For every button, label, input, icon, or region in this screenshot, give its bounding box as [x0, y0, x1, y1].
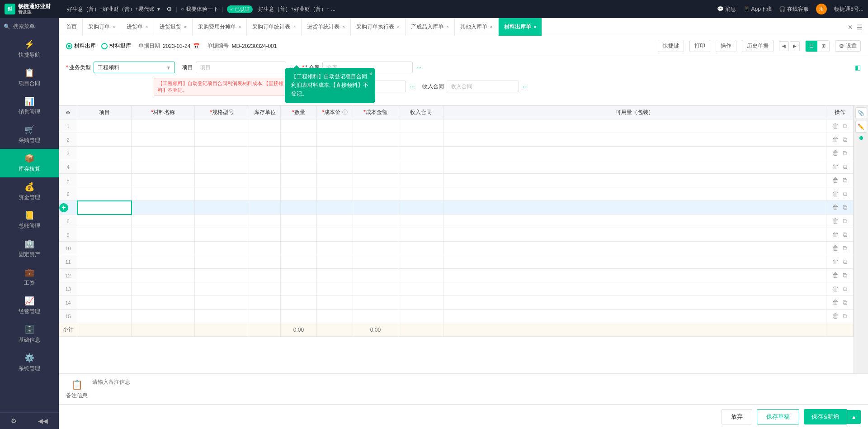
tab-purchase-order[interactable]: 采购订单× — [83, 18, 121, 36]
online-service-btn[interactable]: 🎧 在线客服 — [779, 5, 809, 13]
tab-home[interactable]: 首页 — [61, 18, 83, 36]
nav-experience[interactable]: ○ 我要体验一下 — [181, 5, 218, 13]
sidebar-item-purchase[interactable]: 🛒 采购管理 — [0, 120, 59, 149]
tab-close-inbound-return[interactable]: × — [184, 24, 187, 29]
shortcut-btn[interactable]: 快捷键 — [658, 40, 684, 52]
discard-btn[interactable]: 放弃 — [722, 409, 752, 424]
radio-material-out[interactable]: 材料出库 — [66, 42, 96, 50]
sidebar-item-funds[interactable]: 💰 资金管理 — [0, 177, 59, 206]
tab-close-purchase-stat[interactable]: × — [293, 24, 296, 29]
prev-record-btn[interactable]: ◀ — [779, 41, 789, 51]
row-contract-1[interactable] — [398, 119, 443, 133]
active-row-unit[interactable] — [249, 201, 281, 214]
copy-row-6-btn[interactable]: ⧉ — [841, 190, 849, 197]
grid-view-btn[interactable]: ⊞ — [817, 41, 829, 52]
row-cost-1[interactable] — [317, 119, 353, 133]
sidebar-collapse-btn[interactable]: ◀◀ — [38, 417, 48, 424]
sidebar-item-quicknav[interactable]: ⚡ 快捷导航 — [0, 35, 59, 63]
copy-active-btn[interactable]: ⧉ — [841, 204, 849, 211]
sidebar-item-salary[interactable]: 💼 工资 — [0, 263, 59, 291]
delete-row-3-btn[interactable]: 🗑 — [831, 149, 840, 157]
delete-row-4-btn[interactable]: 🗑 — [831, 163, 840, 170]
active-row-amount[interactable] — [353, 201, 398, 214]
active-row-qty[interactable] — [281, 201, 317, 214]
cost-info-icon[interactable]: ⓘ — [342, 109, 348, 115]
settings-icon[interactable]: ⚙ — [166, 5, 172, 13]
copy-row-8-btn[interactable]: ⧉ — [841, 217, 849, 224]
settings-gear-btn[interactable]: ⚙ 设置 — [835, 40, 861, 52]
tab-close-all-btn[interactable]: ✕ — [848, 24, 853, 31]
row-project-1[interactable] — [77, 119, 132, 133]
right-panel-btn-1[interactable]: 📎 — [855, 107, 867, 119]
tab-close-other-inbound[interactable]: × — [490, 24, 493, 29]
list-view-btn[interactable]: ☰ — [806, 41, 817, 52]
active-project-input[interactable] — [78, 201, 131, 214]
sidebar-search[interactable]: 🔍 搜索菜单 — [0, 18, 59, 35]
warehouse-search-btn[interactable]: ··· — [416, 64, 422, 71]
add-row-btn[interactable]: + — [59, 203, 68, 212]
tab-inbound-return[interactable]: 进货退货× — [154, 18, 193, 36]
sidebar-item-basic[interactable]: 🗄️ 基础信息 — [0, 320, 59, 348]
sidebar-item-ledger[interactable]: 📒 总账管理 — [0, 206, 59, 234]
income-contract-search-btn[interactable]: ··· — [523, 83, 528, 90]
active-row-spec[interactable] — [195, 201, 249, 214]
tab-close-purchase[interactable]: × — [113, 24, 115, 29]
next-record-btn[interactable]: ▶ — [790, 41, 800, 51]
tab-inbound[interactable]: 进货单× — [121, 18, 154, 36]
nav-dropdown-arrow[interactable]: ▼ — [156, 7, 161, 12]
print-btn[interactable]: 打印 — [689, 40, 710, 52]
save-new-dropdown-btn[interactable]: ▲ — [847, 410, 861, 424]
tab-purchase-expense[interactable]: 采购费用分摊单× — [193, 18, 247, 36]
tab-close-inbound-stat[interactable]: × — [342, 24, 345, 29]
active-row-material[interactable] — [132, 201, 195, 214]
row-material-1[interactable] — [132, 119, 195, 133]
tab-close-purchase-exec[interactable]: × — [397, 24, 400, 29]
tab-close-inbound[interactable]: × — [146, 24, 148, 29]
operations-btn[interactable]: 操作 — [716, 40, 736, 52]
delete-row-8-btn[interactable]: 🗑 — [831, 217, 840, 224]
nav-item-2[interactable]: 好生意（普）+好业财（普）+ ... — [258, 5, 335, 13]
sidebar-item-system[interactable]: ⚙️ 系统管理 — [0, 348, 59, 377]
nav-item-1[interactable]: 好生意（普）+好业财（普）+易代账 — [67, 5, 155, 13]
radio-material-back[interactable]: 材料退库 — [101, 42, 131, 50]
save-draft-btn[interactable]: 保存草稿 — [757, 409, 799, 424]
sidebar-item-sales[interactable]: 📊 销售管理 — [0, 92, 59, 120]
tab-close-purchase-expense[interactable]: × — [239, 24, 241, 29]
row-spec-1[interactable] — [195, 119, 249, 133]
tooltip-close-btn[interactable]: × — [369, 70, 373, 78]
sidebar-item-operations[interactable]: 📈 经营管理 — [0, 291, 59, 320]
agent-search-btn[interactable]: ··· — [410, 83, 415, 90]
message-btn[interactable]: 💬 消息 — [717, 5, 736, 13]
copy-row-2-btn[interactable]: ⧉ — [841, 136, 849, 143]
delete-row-6-btn[interactable]: 🗑 — [831, 190, 840, 197]
project-input[interactable]: 项目 — [196, 62, 286, 73]
sidebar-settings-btn[interactable]: ⚙ — [11, 417, 17, 424]
tab-material-out[interactable]: 材料出库单× — [499, 18, 542, 36]
right-panel-btn1[interactable]: ◧ — [855, 64, 861, 71]
income-contract-input[interactable]: 收入合同 — [447, 81, 519, 92]
row-unit-1[interactable] — [249, 119, 281, 133]
delete-row-1-btn[interactable]: 🗑 — [831, 122, 840, 129]
th-settings[interactable]: ⚙ — [59, 106, 77, 119]
delete-row-2-btn[interactable]: 🗑 — [831, 136, 840, 143]
history-btn[interactable]: 历史单据 — [742, 40, 774, 52]
tab-purchase-stat[interactable]: 采购订单统计表× — [247, 18, 302, 36]
active-row-contract[interactable] — [398, 201, 443, 214]
right-panel-btn-2[interactable]: ✏️ — [855, 121, 867, 133]
copy-row-5-btn[interactable]: ⧉ — [841, 176, 849, 184]
notes-input[interactable] — [92, 378, 861, 396]
tab-finished-goods[interactable]: 产成品入库单× — [406, 18, 455, 36]
row-available-1[interactable] — [443, 119, 826, 133]
sidebar-item-inventory[interactable]: 📦 库存核算 — [0, 149, 59, 177]
delete-active-btn[interactable]: 🗑 — [831, 204, 840, 211]
copy-row-1-btn[interactable]: ⧉ — [841, 122, 849, 129]
save-new-btn[interactable]: 保存&新增 — [804, 409, 847, 424]
sidebar-item-project[interactable]: 📋 项目合同 — [0, 63, 59, 92]
delete-row-5-btn[interactable]: 🗑 — [831, 176, 840, 184]
tab-inbound-stat[interactable]: 进货单统计表× — [302, 18, 351, 36]
sidebar-item-assets[interactable]: 🏢 固定资产 — [0, 234, 59, 263]
tab-close-material-out[interactable]: × — [534, 24, 537, 29]
tab-menu-btn[interactable]: ☰ — [857, 24, 863, 31]
active-row-project[interactable] — [77, 201, 132, 214]
tab-close-finished-goods[interactable]: × — [446, 24, 449, 29]
